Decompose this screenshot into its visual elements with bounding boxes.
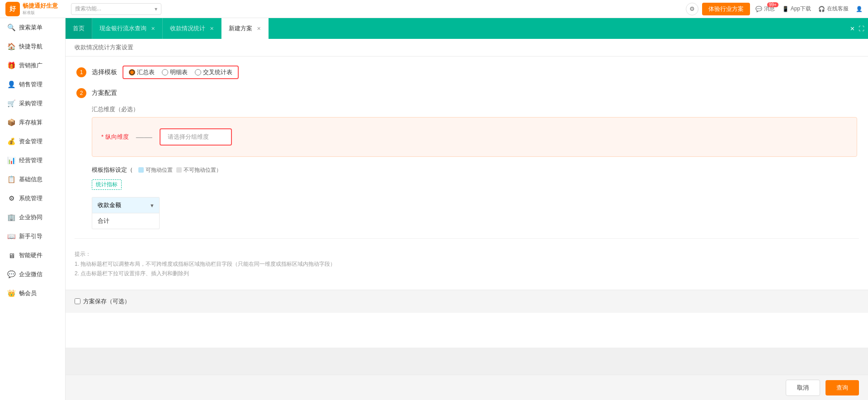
- dimension-row: * 纵向维度 —— 请选择分组维度: [101, 128, 848, 146]
- download-label: App下载: [791, 5, 811, 13]
- user-avatar[interactable]: 👤: [856, 6, 863, 12]
- radio-cross-input[interactable]: [195, 69, 201, 75]
- gear-button[interactable]: ⚙: [686, 3, 698, 15]
- sidebar-label-search: 搜索菜单: [19, 24, 42, 32]
- main-layout: 🔍 搜索菜单 🏠 快捷导航 🎁 营销推广 👤 销售管理 🛒 采购管理 📦 库存核…: [0, 18, 868, 400]
- wechat-icon: 💬: [7, 270, 15, 278]
- tab-actions: ✕ ⛶: [846, 25, 868, 32]
- tab-receipt[interactable]: 收款情况统计 ✕: [163, 18, 222, 39]
- service-button[interactable]: 🎧 在线客服: [818, 5, 849, 13]
- message-badge: 99+: [767, 2, 778, 7]
- radio-summary-input[interactable]: [129, 69, 135, 75]
- stats-label-wrapper: 统计指标: [92, 179, 857, 193]
- dimension-title: 汇总维度（必选）: [92, 105, 857, 113]
- sidebar-item-inventory[interactable]: 📦 库存核算: [0, 113, 65, 132]
- sidebar-item-finance[interactable]: 💰 资金管理: [0, 132, 65, 151]
- bottom-bar: 取消 查询: [66, 375, 868, 400]
- metrics-table-header[interactable]: 收款金额 ▾: [92, 198, 159, 213]
- column-dropdown-icon[interactable]: ▾: [151, 202, 154, 209]
- user-icon: 👤: [856, 6, 863, 12]
- sidebar-label-inventory: 库存核算: [19, 118, 42, 127]
- tab-home-label: 首页: [73, 24, 85, 33]
- metrics-legend: 可拖动位置 不可拖动位置）: [138, 166, 222, 174]
- logo-badge: 标准版: [23, 10, 58, 16]
- sidebar-item-collab[interactable]: 🏢 企业协同: [0, 208, 65, 227]
- cell-text: 合计: [98, 217, 109, 224]
- radio-summary[interactable]: 汇总表: [129, 68, 155, 76]
- sidebar-label-member: 畅会员: [19, 289, 37, 297]
- breadcrumb: 收款情况统计方案设置: [66, 39, 868, 56]
- step2-number: 2: [76, 88, 86, 98]
- breadcrumb-text: 收款情况统计方案设置: [75, 44, 133, 51]
- download-button[interactable]: 📱 App下载: [782, 5, 811, 13]
- sidebar-item-hardware[interactable]: 🖥 智能硬件: [0, 246, 65, 265]
- tab-cashflow[interactable]: 现金银行流水查询 ✕: [92, 18, 163, 39]
- save-option: 方案保存（可选）: [66, 290, 868, 313]
- radio-detail-label: 明细表: [170, 68, 188, 76]
- sidebar-item-guide[interactable]: 📖 新手引导: [0, 227, 65, 246]
- radio-detail-input[interactable]: [162, 69, 168, 75]
- sidebar-item-wechat[interactable]: 💬 企业微信: [0, 265, 65, 284]
- member-icon: 👑: [7, 289, 15, 297]
- save-label: 方案保存（可选）: [83, 297, 130, 306]
- sidebar-item-management[interactable]: 📊 经营管理: [0, 151, 65, 170]
- step2-header: 2 方案配置: [76, 88, 857, 98]
- sidebar-label-collab: 企业协同: [19, 213, 42, 221]
- tip-item-2: 2. 点击标题栏下拉可设置排序、插入列和删除列: [75, 269, 859, 279]
- search-bar[interactable]: 搜索功能... ▾: [71, 3, 161, 15]
- template-options-border: 汇总表 明细表 交叉统计表: [123, 66, 239, 79]
- tab-newplan[interactable]: 新建方案 ✕: [222, 18, 269, 39]
- tab-home[interactable]: 首页: [66, 18, 92, 39]
- hardware-icon: 🖥: [7, 251, 15, 259]
- sales-icon: 👤: [7, 80, 15, 89]
- sidebar-item-purchase[interactable]: 🛒 采购管理: [0, 94, 65, 113]
- sidebar-item-search[interactable]: 🔍 搜索菜单: [0, 18, 65, 37]
- basic-icon: 📋: [7, 175, 15, 184]
- query-button[interactable]: 查询: [826, 380, 859, 395]
- tab-newplan-close[interactable]: ✕: [257, 26, 261, 32]
- divider: [75, 238, 859, 239]
- tab-newplan-label: 新建方案: [229, 24, 252, 33]
- radio-cross[interactable]: 交叉统计表: [195, 68, 232, 76]
- save-checkbox[interactable]: [75, 298, 80, 304]
- search-placeholder: 搜索功能...: [75, 5, 101, 13]
- form-section: 1 选择模板 汇总表 明细表: [66, 56, 868, 238]
- sidebar-item-basic[interactable]: 📋 基础信息: [0, 170, 65, 189]
- tab-expand-icon[interactable]: ⛶: [859, 25, 864, 32]
- tab-cashflow-label: 现金银行流水查询: [99, 24, 146, 33]
- step2-label: 方案配置: [92, 89, 117, 97]
- management-icon: 📊: [7, 156, 15, 165]
- home-icon: 🏠: [7, 42, 15, 51]
- tab-close-all-icon[interactable]: ✕: [850, 25, 855, 32]
- top-bar: 好 畅捷通好生意 标准版 搜索功能... ▾ ⚙ 体验行业方案 💬 消息 99+…: [0, 0, 868, 18]
- sidebar-label-nav: 快捷导航: [19, 42, 42, 51]
- radio-cross-label: 交叉统计表: [203, 68, 232, 76]
- stats-label: 统计指标: [92, 179, 122, 190]
- sidebar-item-marketing[interactable]: 🎁 营销推广: [0, 56, 65, 75]
- step1-label: 选择模板: [92, 68, 117, 76]
- purchase-icon: 🛒: [7, 99, 15, 108]
- sidebar-label-basic: 基础信息: [19, 175, 42, 184]
- dimension-area: * 纵向维度 —— 请选择分组维度: [92, 117, 857, 157]
- sidebar-item-system[interactable]: ⚙ 系统管理: [0, 189, 65, 208]
- radio-detail[interactable]: 明细表: [162, 68, 188, 76]
- sidebar-item-sales[interactable]: 👤 销售管理: [0, 75, 65, 94]
- search-area: 搜索功能... ▾: [71, 3, 680, 15]
- message-button[interactable]: 💬 消息 99+: [755, 5, 775, 13]
- page-inner: 收款情况统计方案设置 1 选择模板 汇总表: [66, 39, 868, 348]
- tab-receipt-close[interactable]: ✕: [210, 26, 214, 32]
- dimension-select[interactable]: 请选择分组维度: [160, 128, 232, 146]
- sidebar-item-member[interactable]: 👑 畅会员: [0, 284, 65, 303]
- cancel-button[interactable]: 取消: [786, 380, 820, 396]
- sidebar-item-nav[interactable]: 🏠 快捷导航: [0, 37, 65, 56]
- industry-button[interactable]: 体验行业方案: [702, 3, 750, 15]
- sidebar-label-guide: 新手引导: [19, 232, 42, 240]
- search-icon: 🔍: [7, 24, 15, 32]
- radio-summary-label: 汇总表: [137, 68, 155, 76]
- tab-cashflow-close[interactable]: ✕: [151, 26, 155, 32]
- marketing-icon: 🎁: [7, 61, 15, 70]
- page-content: 收款情况统计方案设置 1 选择模板 汇总表: [66, 39, 868, 375]
- message-icon: 💬: [755, 6, 762, 12]
- service-label: 在线客服: [827, 5, 849, 13]
- dimension-wrapper: 汇总维度（必选） * 纵向维度 —— 请选择分组维度: [92, 105, 857, 229]
